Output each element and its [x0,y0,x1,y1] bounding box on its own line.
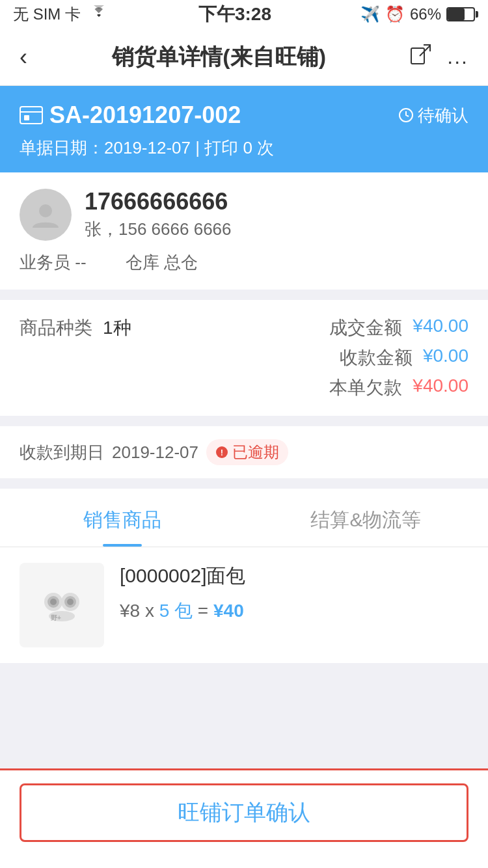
order-date: 单据日期：2019-12-07 | 打印 0 次 [20,137,468,159]
product-qty: 5 [159,601,170,621]
product-item: 野+ [0000002]面包 ¥8 x 5 包 = ¥40 [0,547,488,663]
svg-rect-0 [411,48,424,64]
order-header: SA-20191207-002 待确认 单据日期：2019-12-07 | 打印… [0,86,488,172]
tabs-section: 销售商品 结算&物流等 野+ [0000002]面包 ¥8 x [0,489,488,663]
alarm-icon: ⏰ [385,5,405,23]
product-types-label: 商品种类 [20,316,92,340]
svg-point-6 [39,204,52,217]
product-price: ¥8 x 5 包 = ¥40 [120,599,468,623]
due-date-label: 收款到期日 [20,441,104,464]
warehouse-label: 仓库 总仓 [126,251,198,274]
overdue-label: 已逾期 [232,442,279,463]
product-equals: = [198,601,213,621]
due-date-value: 2019-12-07 [112,442,198,463]
svg-text:!: ! [221,448,223,457]
transaction-amount-label: 成交金额 [329,316,402,340]
product-total: ¥40 [213,601,244,621]
page-title: 销货单详情(来自旺铺) [112,42,326,72]
svg-rect-4 [24,115,29,120]
transaction-amount-row: 成交金额 ¥40.00 [329,316,468,340]
product-unit: 包 [174,601,193,621]
carrier-label: 无 SIM 卡 [13,4,81,25]
customer-phone: 17666666666 [85,188,232,215]
svg-rect-2 [20,107,42,124]
received-amount-row: 收款金额 ¥0.00 [340,346,468,370]
svg-point-13 [50,599,57,605]
salesperson-label: 业务员 -- [20,251,87,274]
nav-actions: ... [411,44,468,70]
customer-section: 17666666666 张，156 6666 6666 业务员 -- 仓库 总仓 [0,172,488,290]
product-name: [0000002]面包 [120,563,468,590]
summary-section: 商品种类 1种 成交金额 ¥40.00 收款金额 ¥0.00 本单欠款 ¥40.… [0,300,488,416]
transaction-amount-value: ¥40.00 [413,316,468,340]
back-button[interactable]: ‹ [20,44,27,71]
product-unit-price: ¥8 [120,601,140,621]
order-id: SA-20191207-002 [20,102,241,129]
status-time: 下午3:28 [198,2,271,27]
customer-name: 张，156 6666 6666 [85,218,232,241]
battery-icon [446,7,475,21]
customer-info: 17666666666 张，156 6666 6666 [85,188,232,241]
status-left: 无 SIM 卡 [13,4,109,25]
wifi-icon [88,5,109,23]
overdue-badge: ! 已逾期 [206,439,288,465]
status-bar: 无 SIM 卡 下午3:28 ✈️ ⏰ 66% [0,0,488,29]
customer-row: 17666666666 张，156 6666 6666 [20,188,468,241]
product-multiply: x [145,601,159,621]
product-info: [0000002]面包 ¥8 x 5 包 = ¥40 [120,563,468,623]
order-status-text: 待确认 [418,104,468,127]
share-icon[interactable] [411,44,431,70]
tab-products[interactable]: 销售商品 [0,489,244,547]
status-right: ✈️ ⏰ 66% [360,5,475,23]
received-amount-value: ¥0.00 [423,346,468,370]
confirm-order-button[interactable]: 旺铺订单确认 [20,783,468,842]
summary-left: 商品种类 1种 [20,316,131,340]
confirm-order-label: 旺铺订单确认 [178,798,310,828]
summary-right: 成交金额 ¥40.00 收款金额 ¥0.00 本单欠款 ¥40.00 [329,316,468,400]
owed-amount-label: 本单欠款 [329,375,402,400]
tabs-row: 销售商品 结算&物流等 [0,489,488,547]
battery-label: 66% [410,5,441,23]
order-status: 待确认 [398,104,468,127]
received-amount-label: 收款金额 [340,346,413,370]
bottom-button-wrap: 旺铺订单确认 [0,768,488,868]
order-header-row1: SA-20191207-002 待确认 [20,102,468,129]
owed-amount-row: 本单欠款 ¥40.00 [329,375,468,400]
avatar [20,189,72,241]
customer-meta: 业务员 -- 仓库 总仓 [20,251,468,274]
tab-settlement[interactable]: 结算&物流等 [244,489,488,547]
location-icon: ✈️ [360,5,380,23]
order-id-text: SA-20191207-002 [49,102,241,129]
more-icon[interactable]: ... [447,45,468,69]
product-types-value: 1种 [103,316,131,340]
nav-bar: ‹ 销货单详情(来自旺铺) ... [0,29,488,86]
svg-point-14 [67,599,74,605]
owed-amount-value: ¥40.00 [413,375,468,400]
svg-text:野+: 野+ [51,614,61,621]
due-date-section: 收款到期日 2019-12-07 ! 已逾期 [0,426,488,478]
product-thumbnail: 野+ [20,563,104,647]
summary-row: 商品种类 1种 成交金额 ¥40.00 收款金额 ¥0.00 本单欠款 ¥40.… [20,316,468,400]
